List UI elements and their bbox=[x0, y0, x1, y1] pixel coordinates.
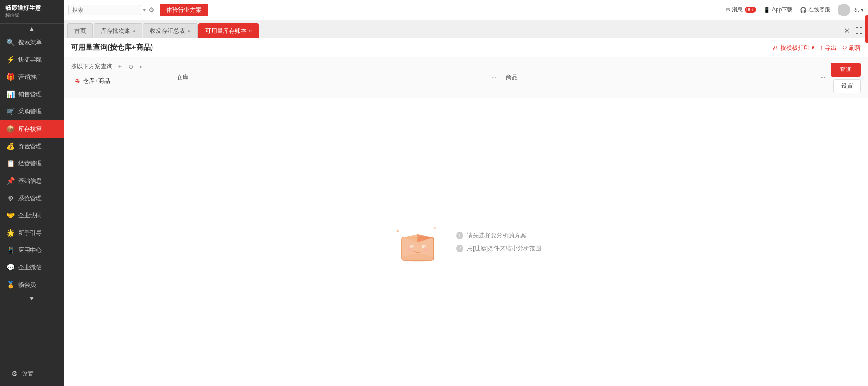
sidebar-item-newbie-label: 新手引导 bbox=[18, 229, 42, 237]
scheme-item-warehouse-product[interactable]: ⊕ 仓库+商品 bbox=[71, 75, 165, 87]
maximize-tab-button[interactable]: ⛶ bbox=[853, 26, 864, 36]
collapse-scheme-button[interactable]: « bbox=[138, 62, 144, 71]
tab-summary[interactable]: 收发存汇总表× bbox=[143, 23, 197, 38]
sidebar-logo-sub: 标准版 bbox=[5, 12, 58, 19]
avatar bbox=[838, 4, 850, 16]
sidebar-item-marketing-label: 营销推广 bbox=[18, 73, 42, 81]
sidebar-item-search[interactable]: 🔍 搜索菜单 bbox=[0, 34, 64, 51]
msg-badge: 99+ bbox=[745, 7, 756, 13]
search-icon: 🔍 bbox=[6, 38, 15, 46]
sidebar-item-enterprise-label: 企业协同 bbox=[18, 211, 42, 220]
sidebar-item-marketing[interactable]: 🎁 营销推广 bbox=[0, 68, 64, 86]
enterprise-icon: 🤝 bbox=[6, 211, 15, 220]
sidebar-scroll-up[interactable]: ▲ bbox=[0, 24, 64, 34]
close-tab-button[interactable]: ✕ bbox=[842, 26, 852, 36]
product-more-button[interactable]: ··· bbox=[821, 74, 825, 81]
sidebar-header: 畅康通好生意 标准版 bbox=[0, 0, 64, 24]
sidebar-item-newbie[interactable]: 🌟 新手引导 bbox=[0, 224, 64, 242]
tab-summary-label: 收发存汇总表 bbox=[150, 27, 185, 35]
topbar-msg-group[interactable]: ✉ 消息 99+ bbox=[726, 6, 756, 14]
svg-point-9 bbox=[423, 247, 425, 248]
filter-settings-button[interactable]: 设置 bbox=[833, 79, 861, 93]
right-scroll-handle[interactable] bbox=[865, 15, 868, 43]
msg-label: 消息 bbox=[732, 6, 743, 14]
print-icon: 🖨 bbox=[772, 44, 778, 51]
topbar-chevron-icon[interactable]: ▾ bbox=[143, 7, 146, 13]
tab-home-label: 首页 bbox=[74, 27, 86, 35]
sidebar-item-operation[interactable]: 📋 经营管理 bbox=[0, 155, 64, 172]
sidebar-item-finance-label: 资金管理 bbox=[18, 142, 42, 150]
sidebar-item-search-label: 搜索菜单 bbox=[18, 38, 42, 46]
tab-available[interactable]: 可用量库存账本× bbox=[198, 23, 259, 38]
settings-scheme-button[interactable]: ⊙ bbox=[127, 62, 135, 71]
tab-summary-close[interactable]: × bbox=[188, 28, 190, 34]
svg-text:·: · bbox=[400, 239, 401, 243]
sidebar-item-finance[interactable]: 💰 资金管理 bbox=[0, 138, 64, 155]
sidebar-item-purchase[interactable]: 🛒 采购管理 bbox=[0, 103, 64, 120]
print-chevron-icon: ▾ bbox=[812, 44, 815, 51]
username-label: Rit bbox=[852, 7, 859, 13]
sidebar-item-inventory-label: 库存核算 bbox=[18, 125, 42, 133]
product-input[interactable] bbox=[523, 72, 817, 82]
shortcut-icon: ⚡ bbox=[6, 56, 15, 64]
sidebar-item-appstore[interactable]: 📱 应用中心 bbox=[0, 242, 64, 259]
filter-area: 按以下方案查询 ＋ ⊙ « ⊕ 仓库+商品 仓库 ··· 商品 bbox=[64, 57, 868, 98]
product-label: 商品 bbox=[506, 73, 519, 82]
tab-available-close[interactable]: × bbox=[249, 28, 252, 34]
topbar-service-group[interactable]: 🎧 在线客服 bbox=[800, 6, 830, 14]
page-title: 可用量查询(按仓库+商品) bbox=[71, 43, 153, 52]
basic-icon: 📌 bbox=[6, 177, 15, 185]
tip-text-2: 用[过滤]条件来缩小分析范围 bbox=[467, 244, 541, 252]
sidebar-item-inventory[interactable]: 📦 库存核算 bbox=[0, 120, 64, 138]
topbar-search-input[interactable] bbox=[68, 5, 141, 15]
sidebar-item-member[interactable]: 🏅 畅会员 bbox=[0, 276, 64, 293]
trial-button[interactable]: 体验行业方案 bbox=[160, 4, 208, 16]
print-button[interactable]: 🖨 按模板打印 ▾ bbox=[772, 44, 815, 52]
topbar: ▾ ⚙ 体验行业方案 ✉ 消息 99+ 📱 App下载 🎧 在线客服 Rit ▾ bbox=[64, 0, 868, 20]
page-header: 可用量查询(按仓库+商品) 🖨 按模板打印 ▾ ↑ 导出 ↻ 刷新 bbox=[64, 38, 868, 57]
sidebar-item-settings-label: 设置 bbox=[22, 370, 34, 378]
sidebar-item-sales[interactable]: 📊 销售管理 bbox=[0, 86, 64, 103]
sidebar-item-enterprise[interactable]: 🤝 企业协同 bbox=[0, 207, 64, 224]
sidebar-item-settings[interactable]: ⚙ 设置 bbox=[4, 365, 60, 382]
query-button[interactable]: 查询 bbox=[831, 63, 861, 77]
svg-text:✦: ✦ bbox=[433, 226, 437, 231]
topbar-gear-icon[interactable]: ⚙ bbox=[148, 6, 154, 14]
tabs-bar: 首页库存批次账×收发存汇总表×可用量库存账本× ✕ ⛶ bbox=[64, 20, 868, 38]
empty-tips: 1 请先选择要分析的方案 2 用[过滤]条件来缩小分析范围 bbox=[456, 232, 541, 252]
page-content: 可用量查询(按仓库+商品) 🖨 按模板打印 ▾ ↑ 导出 ↻ 刷新 bbox=[64, 38, 868, 386]
filter-scheme-header-label: 按以下方案查询 bbox=[71, 62, 112, 71]
export-label: 导出 bbox=[825, 44, 837, 52]
filter-scheme-panel: 按以下方案查询 ＋ ⊙ « ⊕ 仓库+商品 bbox=[71, 62, 171, 93]
export-button[interactable]: ↑ 导出 bbox=[820, 44, 837, 52]
svg-point-8 bbox=[411, 247, 413, 248]
sidebar-scroll-down[interactable]: ▼ bbox=[0, 293, 64, 304]
empty-illustration: ✦ ✦ · bbox=[391, 215, 445, 269]
tab-batch[interactable]: 库存批次账× bbox=[94, 23, 142, 38]
topbar-user-group[interactable]: Rit ▾ bbox=[838, 4, 863, 16]
warehouse-input[interactable] bbox=[194, 72, 488, 82]
sidebar-item-shortcut-label: 快捷导航 bbox=[18, 56, 42, 64]
topbar-search-area: ▾ ⚙ bbox=[68, 5, 154, 15]
sidebar-item-sales-label: 销售管理 bbox=[18, 90, 42, 98]
sidebar-item-basic[interactable]: 📌 基础信息 bbox=[0, 172, 64, 190]
tab-home[interactable]: 首页 bbox=[67, 23, 93, 38]
scheme-item-label: 仓库+商品 bbox=[83, 77, 110, 85]
filter-field-warehouse: 仓库 ··· bbox=[177, 62, 497, 93]
sidebar-item-wechat[interactable]: 💬 企业微信 bbox=[0, 259, 64, 276]
sidebar-item-system[interactable]: ⚙ 系统管理 bbox=[0, 190, 64, 207]
user-chevron-icon: ▾ bbox=[861, 7, 863, 13]
empty-tip-2: 2 用[过滤]条件来缩小分析范围 bbox=[456, 244, 541, 252]
refresh-button[interactable]: ↻ 刷新 bbox=[842, 44, 861, 52]
add-scheme-button[interactable]: ＋ bbox=[115, 62, 124, 71]
refresh-icon: ↻ bbox=[842, 44, 847, 51]
sidebar-item-shortcut[interactable]: ⚡ 快捷导航 bbox=[0, 51, 64, 68]
warehouse-more-button[interactable]: ··· bbox=[492, 74, 496, 81]
topbar-app-group[interactable]: 📱 App下载 bbox=[763, 6, 792, 14]
filter-field-product: 商品 ··· bbox=[506, 62, 826, 93]
member-icon: 🏅 bbox=[6, 281, 15, 289]
tab-batch-close[interactable]: × bbox=[132, 28, 135, 34]
newbie-icon: 🌟 bbox=[6, 229, 15, 237]
sidebar-item-wechat-label: 企业微信 bbox=[18, 263, 42, 272]
system-icon: ⚙ bbox=[6, 194, 15, 202]
